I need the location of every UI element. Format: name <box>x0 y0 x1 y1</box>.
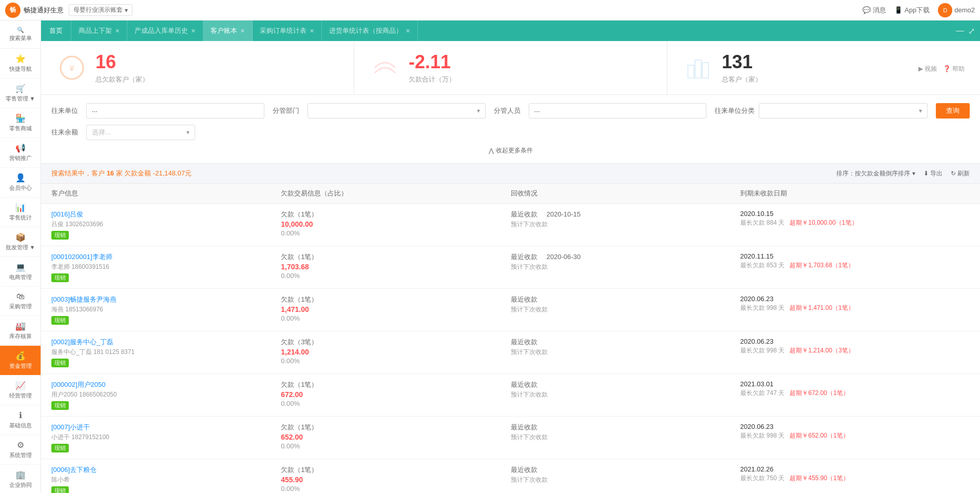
customer-tag: 现销 <box>51 401 69 410</box>
source-unit-input[interactable]: ··· <box>86 103 264 119</box>
overdue-amount-link[interactable]: 超期￥1,214.00（3笔） <box>790 347 854 354</box>
export-btn[interactable]: ⬇ 导出 <box>924 169 943 178</box>
customer-name-link[interactable]: [000002]用户2050 <box>51 381 106 388</box>
collection-cell: 最近收款 预计下次收款 <box>511 338 740 357</box>
search-menu-btn[interactable]: 🔍 搜索菜单 <box>2 25 39 44</box>
debt-amount: 455.90 <box>281 476 510 484</box>
sidebar-item-label: 系统管理 <box>9 451 32 459</box>
overdue-days: 最长欠款 853 天 超期￥1,703.68（1笔） <box>740 261 970 270</box>
sidebar-item-retail-stats[interactable]: 📊 零售统计 <box>0 198 41 227</box>
tab-home[interactable]: 首页 <box>41 21 71 41</box>
industry-selector[interactable]: 母婴行业演示账套 ▾ <box>69 4 132 16</box>
dept-select[interactable]: ▾ <box>308 103 486 119</box>
customer-name-link[interactable]: [0001020001]李老师 <box>51 253 112 261</box>
sidebar-item-retail-mall[interactable]: 🏪 零售商城 <box>0 108 41 138</box>
sidebar-item-finance[interactable]: 💰 资金管理 <box>0 346 41 376</box>
results-bar: 搜索结果中，客户 16 家 欠款金额 -21,148.07元 排序：按欠款金额倒… <box>41 164 980 184</box>
sidebar-item-quick-nav[interactable]: ⭐ 快捷导航 <box>0 49 41 78</box>
query-button[interactable]: 查询 <box>936 103 970 119</box>
tab-close-icon[interactable]: ✕ <box>115 28 120 34</box>
collection-latest: 最近收款 <box>511 380 740 389</box>
tab-close-icon[interactable]: ✕ <box>191 28 196 34</box>
sidebar-item-inventory[interactable]: 🏭 库存核算 <box>0 316 41 346</box>
results-customer-count: 16 <box>107 169 114 177</box>
debt-count: 欠款（1笔） <box>281 295 510 304</box>
tab-purchase-order[interactable]: 采购订单统计表 ✕ <box>253 21 322 41</box>
tab-product-history[interactable]: 产成品入库单历史 ✕ <box>127 21 203 41</box>
overdue-date: 2020.06.23 <box>740 423 970 430</box>
sidebar-item-retail-mgmt[interactable]: 🛒 零售管理 ▼ <box>0 78 41 108</box>
tab-close-icon[interactable]: ✕ <box>310 28 314 34</box>
logo-icon: 畅 <box>5 3 21 18</box>
tab-label: 商品上下架 <box>79 26 112 35</box>
table-row: [0016]吕俊 吕俊 13026203696 现销 欠款（1笔） 10,000… <box>41 204 980 246</box>
debt-count: 欠款（1笔） <box>281 252 510 262</box>
sidebar-item-enterprise[interactable]: 🏢 企业协同 <box>0 465 41 493</box>
results-info: 搜索结果中，客户 16 家 欠款金额 -21,148.07元 <box>51 169 191 178</box>
balance-select[interactable]: 选择... ▾ <box>86 125 195 140</box>
batch-icon: 📦 <box>15 232 26 242</box>
tab-close-icon[interactable]: ✕ <box>406 28 410 34</box>
video-btn[interactable]: ▶ 视频 <box>918 65 937 73</box>
tabs-maximize-btn[interactable]: ⤢ <box>968 26 975 36</box>
sort-label: 排序：按欠款金额倒序排序 <box>836 169 910 178</box>
balance-label: 往来余额 <box>51 128 82 137</box>
results-debt-amount: -21,148.07元 <box>153 169 191 177</box>
overdue-days: 最长欠款 747 天 超期￥672.00（1笔） <box>740 389 970 398</box>
sidebar-item-label: 经营管理 <box>9 392 32 400</box>
sidebar-item-operations[interactable]: 📈 经营管理 <box>0 376 41 405</box>
overdue-amount-link[interactable]: 超期￥1,471.00（1笔） <box>790 304 854 311</box>
dept-label: 分管部门 <box>273 106 303 115</box>
overdue-amount-link[interactable]: 超期￥672.00（1笔） <box>790 389 849 397</box>
app-download-btn[interactable]: 📱 App下载 <box>894 6 930 15</box>
svg-text:¥: ¥ <box>69 64 74 73</box>
customer-name-link[interactable]: [0006]去下粮仓 <box>51 466 97 474</box>
table-row: [0006]去下粮仓 陈小希 现销 欠款（1笔） 455.90 0.00% 最近… <box>41 459 980 493</box>
table-row: [0002]服务中心_丁磊 服务中心_丁磊 181 0125 8371 现销 欠… <box>41 331 980 374</box>
tabs-minimize-btn[interactable]: — <box>956 26 964 35</box>
message-btn[interactable]: 💬 消息 <box>862 6 886 15</box>
overdue-amount-link[interactable]: 超期￥1,703.68（1笔） <box>790 262 854 269</box>
collapse-label: 收起更多条件 <box>496 146 533 155</box>
sort-select[interactable]: 排序：按欠款金额倒序排序 ▾ <box>836 169 915 178</box>
top-bar: 畅 畅捷通好生意 母婴行业演示账套 ▾ 💬 消息 📱 App下载 D demo2 <box>0 0 980 21</box>
customer-info-cell: [0006]去下粮仓 陈小希 现销 <box>51 465 281 493</box>
user-menu[interactable]: D demo2 <box>938 3 975 17</box>
sidebar-item-batch-mgmt[interactable]: 📦 批发管理 ▼ <box>0 227 41 257</box>
tab-close-icon[interactable]: ✕ <box>240 28 245 34</box>
overdue-amount-link[interactable]: 超期￥652.00（1笔） <box>790 432 849 439</box>
sidebar-item-member[interactable]: 👤 会员中心 <box>0 168 41 198</box>
overdue-amount-link[interactable]: 超期￥10,000.00（1笔） <box>790 219 857 226</box>
customer-name-link[interactable]: [0002]服务中心_丁磊 <box>51 338 113 346</box>
customer-phone: 海燕 18513066976 <box>51 305 281 314</box>
sidebar-item-ecommerce[interactable]: 💻 电商管理 <box>0 257 41 287</box>
person-input[interactable]: ··· <box>529 103 707 119</box>
collapse-filters-btn[interactable]: ⋀ 收起更多条件 <box>51 146 970 155</box>
refresh-btn[interactable]: ↻ 刷新 <box>951 169 970 178</box>
sidebar-item-marketing[interactable]: 📢 营销推广 <box>0 138 41 168</box>
overdue-date: 2020.06.23 <box>740 295 970 303</box>
filter-row-1: 往来单位 ··· 分管部门 ▾ <box>51 103 970 119</box>
stat-value-debt-customers: 16 <box>95 51 149 73</box>
debt-info-cell: 欠款（1笔） 652.00 0.00% <box>281 423 510 450</box>
debt-customers-icon: ¥ <box>56 52 87 83</box>
tab-customer-account[interactable]: 客户账本 ✕ <box>203 21 253 41</box>
customer-info-cell: [0007]小进干 小进干 18279152100 现销 <box>51 423 281 452</box>
sidebar-item-basic-info[interactable]: ℹ 基础信息 <box>0 405 41 435</box>
overdue-date: 2020.11.15 <box>740 252 970 260</box>
sidebar-item-purchase[interactable]: 🛍 采购管理 <box>0 287 41 316</box>
sidebar-item-system[interactable]: ⚙ 系统管理 <box>0 435 41 465</box>
customer-name-link[interactable]: [0007]小进干 <box>51 423 90 431</box>
help-btn[interactable]: ❓ 帮助 <box>943 65 965 73</box>
overdue-amount-link[interactable]: 超期￥455.90（1笔） <box>790 475 849 482</box>
customer-name-link[interactable]: [0003]畅捷服务尹海燕 <box>51 295 117 303</box>
stat-card-debt-customers: ¥ 16 总欠款客户（家） <box>41 41 354 94</box>
customer-phone: 小进干 18279152100 <box>51 433 281 442</box>
stat-card-debt-total: -2.11 欠款合计（万） <box>354 41 667 94</box>
tab-stock-stats[interactable]: 进货单统计表（按商品） ✕ <box>322 21 418 41</box>
unit-category-select[interactable]: ▾ <box>759 103 928 119</box>
table-row: [0001020001]李老师 李老师 18600391516 现销 欠款（1笔… <box>41 246 980 289</box>
customer-name-link[interactable]: [0016]吕俊 <box>51 210 83 218</box>
tab-products-off[interactable]: 商品上下架 ✕ <box>71 21 127 41</box>
filter-input-dots: ··· <box>534 107 540 115</box>
